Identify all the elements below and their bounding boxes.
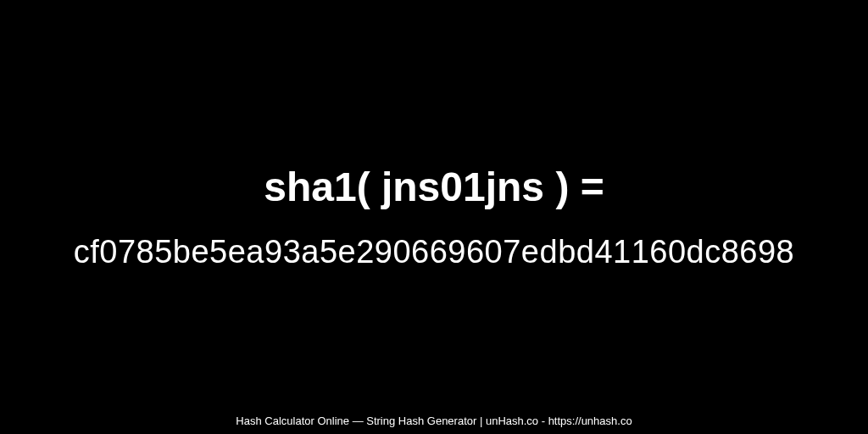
hash-result: cf0785be5ea93a5e290669607edbd41160dc8698 (74, 234, 795, 270)
main-content: sha1( jns01jns ) = cf0785be5ea93a5e29066… (74, 0, 795, 434)
footer-text: Hash Calculator Online — String Hash Gen… (0, 415, 868, 427)
hash-expression: sha1( jns01jns ) = (264, 164, 604, 210)
